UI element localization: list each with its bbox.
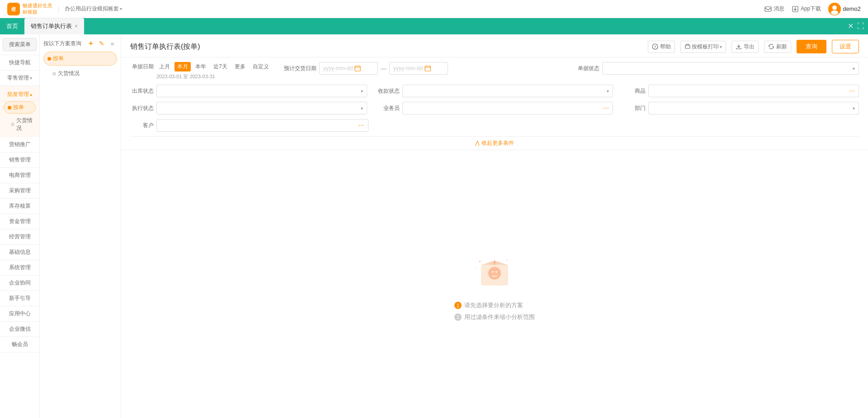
sidebar: 搜索菜单 快捷导航 零售管理 ▾ 批发管理 ▴ 按单 欠货情况 营销推广 <box>0 34 40 418</box>
sidebar-item-system[interactable]: 系统管理 <box>0 260 39 276</box>
exec-status-arrow: ▾ <box>361 106 363 111</box>
tab-close-icon[interactable]: × <box>75 23 78 29</box>
customer-input[interactable]: ··· <box>156 119 368 132</box>
window-close-button[interactable]: ✕ <box>848 23 854 30</box>
out-status-label: 出库状态 <box>130 87 154 95</box>
window-expand-button[interactable]: ⛶ <box>857 23 864 30</box>
user-profile[interactable]: demo2 <box>828 3 861 15</box>
sidebar-item-basics[interactable]: 基础信息 <box>0 245 39 260</box>
sidebar-item-enterprise-collab[interactable]: 企业协同 <box>0 276 39 291</box>
out-status-select[interactable]: ▾ <box>156 85 367 97</box>
message-button[interactable]: 消息 <box>764 5 784 13</box>
exec-status-field: 执行状态 ▾ <box>130 102 367 114</box>
sidebar-item-purchase[interactable]: 采购管理 <box>0 183 39 199</box>
customer-more-icon[interactable]: ··· <box>358 121 364 129</box>
sidebar-item-inventory[interactable]: 库存核算 <box>0 199 39 214</box>
delivery-end-date[interactable]: yyyy-mm-dd <box>389 62 448 75</box>
export-button[interactable]: 导出 <box>731 41 759 53</box>
print-arrow: ▾ <box>720 44 722 49</box>
empty-tip-2: 2 用过滤条件来缩小分析范围 <box>454 313 535 321</box>
scheme-icons: + ✎ « <box>86 39 117 48</box>
search-menu-button[interactable]: 搜索菜单 <box>3 38 37 51</box>
filter-row-2: 出库状态 ▾ 收款状态 ▾ 商品 ··· <box>130 85 859 97</box>
bill-status-select[interactable]: ▾ <box>602 62 859 75</box>
sidebar-item-sales[interactable]: 销售管理 <box>0 152 39 168</box>
sidebar-item-newbie[interactable]: 新手引导 <box>0 291 39 306</box>
print-button[interactable]: 按模板打印 ▾ <box>680 41 726 53</box>
svg-rect-9 <box>685 45 690 48</box>
date-tab-last-month[interactable]: 上月 <box>156 62 173 71</box>
exec-status-select[interactable]: ▾ <box>156 102 367 114</box>
salesperson-input[interactable]: ··· <box>402 102 613 114</box>
main-layout: 搜索菜单 快捷导航 零售管理 ▾ 批发管理 ▴ 按单 欠货情况 营销推广 <box>0 34 868 418</box>
collapse-more-button[interactable]: ⋀ 收起更多条件 <box>130 136 859 150</box>
salesperson-label: 业务员 <box>376 104 400 112</box>
delivery-start-date[interactable]: yyyy-mm-dd <box>319 62 378 75</box>
date-tabs: 上月 本月 本年 近7天 更多 自定义 <box>156 62 272 71</box>
sidebar-item-operation[interactable]: 经营管理 <box>0 229 39 245</box>
department-field: 部门 ▾ <box>622 102 859 114</box>
sidebar-item-wholesale[interactable]: 批发管理 ▴ <box>2 89 38 100</box>
scheme-inactive-dot <box>11 123 14 126</box>
department-select[interactable]: ▾ <box>648 102 859 114</box>
sidebar-item-quick-nav[interactable]: 快捷导航 <box>0 55 39 71</box>
svg-text:✦: ✦ <box>476 267 477 270</box>
svg-text:✦: ✦ <box>478 260 481 264</box>
top-header: 橙 畅捷通好生意 标账版 | 办公用品行业模拟账套 ▾ 消息 App下载 dem… <box>0 0 868 18</box>
query-button[interactable]: 查询 <box>797 40 826 53</box>
tab-sales-order[interactable]: 销售订单执行表 × <box>24 18 84 34</box>
bill-status-field: 单据状态 ▾ <box>576 62 859 75</box>
sidebar-scheme-按单[interactable]: 按单 <box>4 101 36 114</box>
user-avatar <box>828 3 841 15</box>
breadcrumb-select[interactable]: 办公用品行业模拟账套 ▾ <box>65 5 122 13</box>
empty-state: ✦ ✦ ✦ 1 请先选择要分析的方案 2 用过滤条件来缩小分析范围 <box>121 150 868 418</box>
scheme-item-按单[interactable]: 按单 <box>43 52 117 66</box>
scheme-item-欠货情况[interactable]: 欠货情况 <box>43 67 117 80</box>
delivery-date-field: 预计交货日期 yyyy-mm-dd — yyyy-mm-dd <box>284 62 567 75</box>
sidebar-scheme-欠货情况[interactable]: 欠货情况 <box>2 114 38 134</box>
date-tab-this-month[interactable]: 本月 <box>175 62 191 71</box>
goods-input[interactable]: ··· <box>648 85 859 97</box>
sidebar-item-ecommerce[interactable]: 电商管理 <box>0 168 39 183</box>
goods-more-icon[interactable]: ··· <box>849 87 855 95</box>
goods-field: 商品 ··· <box>622 85 859 97</box>
customer-label: 客户 <box>130 122 154 129</box>
svg-point-6 <box>831 10 838 15</box>
breadcrumb-arrow: ▾ <box>120 6 122 11</box>
date-tab-this-year[interactable]: 本年 <box>193 62 209 71</box>
date-tab-more[interactable]: 更多 <box>232 62 248 71</box>
sidebar-item-app-center[interactable]: 应用中心 <box>0 306 39 322</box>
goods-label: 商品 <box>622 87 646 95</box>
collect-status-select[interactable]: ▾ <box>402 85 613 97</box>
collect-status-label: 收款状态 <box>376 87 400 95</box>
filter-row-4: 客户 ··· <box>130 119 859 132</box>
refresh-button[interactable]: 刷新 <box>764 41 791 53</box>
settings-button[interactable]: 设置 <box>832 40 859 53</box>
sidebar-item-marketing[interactable]: 营销推广 <box>0 137 39 152</box>
header-right: 消息 App下载 demo2 <box>764 3 861 15</box>
sidebar-item-finance[interactable]: 资金管理 <box>0 214 39 229</box>
svg-rect-2 <box>765 7 771 11</box>
date-tab-custom[interactable]: 自定义 <box>250 62 272 71</box>
svg-text:✦: ✦ <box>506 259 508 262</box>
department-arrow: ▾ <box>853 106 855 111</box>
svg-point-15 <box>495 271 497 273</box>
salesperson-more-icon[interactable]: ··· <box>603 104 609 112</box>
scheme-active-dot <box>8 106 11 109</box>
out-status-arrow: ▾ <box>361 89 363 94</box>
date-tab-7days[interactable]: 近7天 <box>211 62 230 71</box>
help-button[interactable]: ? 帮助 <box>648 41 675 53</box>
sidebar-item-enterprise-wechat[interactable]: 企业微信 <box>0 322 39 337</box>
scheme-collapse-icon[interactable]: « <box>108 39 117 48</box>
empty-tip-1: 1 请先选择要分析的方案 <box>454 301 535 309</box>
tab-home[interactable]: 首页 <box>0 18 24 34</box>
scheme-inactive-indicator <box>52 72 56 76</box>
sidebar-item-member[interactable]: 畅会员 <box>0 337 39 352</box>
date-range-display: 2023-03-01 至 2023-03-31 <box>130 73 275 80</box>
sidebar-search-area: 搜索菜单 <box>0 34 39 55</box>
app-download-button[interactable]: App下载 <box>792 5 821 13</box>
sidebar-item-retail[interactable]: 零售管理 ▾ <box>0 71 39 86</box>
user-name: demo2 <box>843 5 861 12</box>
scheme-add-icon[interactable]: + <box>86 39 95 48</box>
scheme-edit-icon[interactable]: ✎ <box>97 39 106 48</box>
